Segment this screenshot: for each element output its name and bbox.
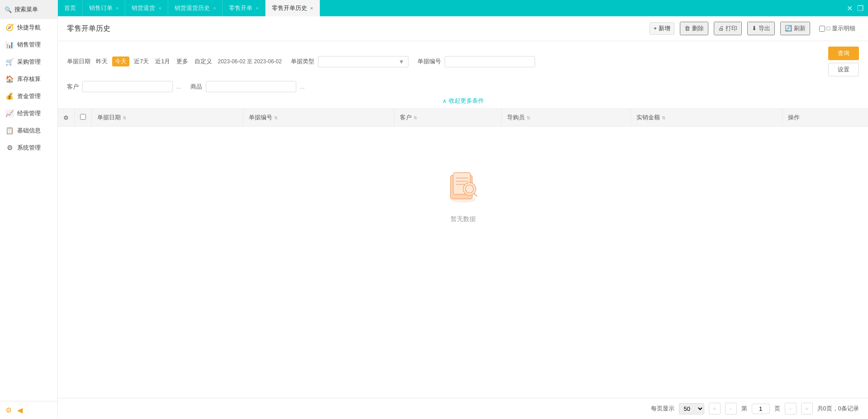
goods-input[interactable] [206, 81, 296, 92]
tab-retail-open-history[interactable]: 零售开单历史 × [266, 0, 320, 16]
restore-window-button[interactable]: ❐ [857, 4, 863, 13]
sidebar-item-quick-nav[interactable]: 🧭 快捷导航 [0, 19, 57, 36]
sidebar-bottom: ⚙ ◀ [0, 401, 57, 419]
collapse-filter-button[interactable]: ∧ 收起更多条件 [67, 97, 859, 105]
empty-text: 暂无数据 [451, 215, 476, 223]
th-salesperson[interactable]: 导购员 ⇅ [502, 109, 631, 127]
select-all-checkbox[interactable] [80, 114, 86, 120]
page-title: 零售开单历史 [67, 24, 110, 33]
export-button[interactable]: ⬇ 导出 [747, 22, 775, 35]
date-7days[interactable]: 近7天 [132, 56, 151, 66]
date-filter-label: 单据日期 [67, 57, 90, 66]
empty-state: 暂无数据 [58, 127, 868, 259]
tab-retail-open-history-label: 零售开单历史 [272, 4, 307, 12]
last-page-button[interactable]: » [801, 403, 813, 414]
number-input[interactable] [445, 56, 535, 67]
customer-filter-label: 客户 [67, 83, 79, 91]
last-page-icon: » [805, 405, 808, 412]
table-header: ⚙ 单据日期 ⇅ 单据编号 [58, 109, 868, 127]
refresh-button[interactable]: 🔄 刷新 [780, 22, 810, 35]
sidebar-item-label: 系统管理 [17, 144, 41, 152]
sidebar-item-sales-mgmt[interactable]: 📊 销售管理 [0, 36, 57, 53]
filter-number-group: 单据编号 [417, 56, 535, 67]
tab-bar-right: ✕ ❐ [842, 0, 868, 16]
date-yesterday[interactable]: 昨天 [94, 56, 109, 66]
customer-input[interactable] [82, 81, 173, 92]
print-button[interactable]: 🖨 打印 [714, 22, 742, 35]
add-button[interactable]: + 新增 [650, 22, 674, 35]
page-content: 零售开单历史 + 新增 🗑 删除 🖨 打印 ⬇ 导出 🔄 刷新 □ 显示明细 单… [58, 16, 868, 419]
goods-browse-button[interactable]: ... [300, 83, 305, 90]
tab-sales-order-close[interactable]: × [116, 5, 119, 11]
th-number[interactable]: 单据编号 ⇅ [243, 109, 394, 127]
tab-retail-open[interactable]: 零售开单 × [223, 0, 265, 16]
tab-bar: 首页 销售订单 × 销货退货 × 销货退货历史 × 零售开单 × 零售开单历史 … [58, 0, 868, 16]
type-filter-label: 单据类型 [291, 57, 314, 66]
sort-icon: ⇅ [123, 115, 126, 120]
date-more[interactable]: 更多 [175, 56, 190, 66]
sidebar-item-label: 资金管理 [17, 92, 41, 100]
tab-sales-return-close[interactable]: × [158, 5, 161, 11]
th-checkbox[interactable] [75, 109, 92, 127]
sidebar-item-label: 经营管理 [17, 109, 41, 118]
cart-icon: 🛒 [5, 58, 14, 66]
delete-button[interactable]: 🗑 删除 [680, 22, 708, 35]
sidebar-item-inventory[interactable]: 🏠 库存核算 [0, 71, 57, 88]
chart-icon: 📊 [5, 41, 14, 49]
compass-icon: 🧭 [5, 24, 14, 32]
tab-sales-return[interactable]: 销货退货 × [125, 0, 168, 16]
date-1month[interactable]: 近1月 [153, 56, 172, 66]
date-custom[interactable]: 自定义 [193, 56, 214, 66]
display-detail-button[interactable]: □ 显示明细 [816, 23, 859, 34]
collapse-sidebar-button[interactable]: ◀ [17, 406, 23, 414]
page-input[interactable] [752, 404, 770, 414]
customer-browse-button[interactable]: ... [176, 83, 181, 90]
filter-goods-group: 商品 ... [190, 81, 305, 92]
sidebar-item-base-info[interactable]: 📋 基础信息 [0, 122, 57, 139]
th-customer[interactable]: 客户 ⇅ [394, 109, 502, 127]
sidebar-item-label: 采购管理 [17, 58, 41, 66]
date-today[interactable]: 今天 [112, 56, 129, 66]
page-header: 零售开单历史 + 新增 🗑 删除 🖨 打印 ⬇ 导出 🔄 刷新 □ 显示明细 [58, 16, 868, 41]
chevron-up-icon: ∧ [442, 98, 447, 104]
tab-retail-open-history-close[interactable]: × [310, 5, 313, 11]
prev-page-button[interactable]: ‹ [725, 403, 737, 414]
close-window-button[interactable]: ✕ [847, 4, 853, 13]
type-select[interactable]: ▼ [318, 56, 408, 67]
settings-icon: ⚙ [63, 114, 69, 121]
tab-sales-order[interactable]: 销售订单 × [83, 0, 125, 16]
tab-home[interactable]: 首页 [58, 0, 83, 16]
next-page-button[interactable]: › [785, 403, 797, 414]
next-page-icon: › [790, 405, 792, 412]
filter-settings-button[interactable]: 设置 [828, 63, 859, 76]
sidebar-item-label: 基础信息 [17, 127, 41, 135]
filter-area: 单据日期 昨天 今天 近7天 近1月 更多 自定义 2023-06-02 至 2… [58, 41, 868, 109]
date-range-display: 2023-06-02 至 2023-06-02 [218, 58, 281, 66]
tab-sales-order-label: 销售订单 [89, 4, 113, 12]
filter-row-1: 单据日期 昨天 今天 近7天 近1月 更多 自定义 2023-06-02 至 2… [67, 47, 859, 76]
query-button[interactable]: 查询 [828, 47, 859, 60]
sidebar-item-purchase-mgmt[interactable]: 🛒 采购管理 [0, 53, 57, 71]
sort-icon: ⇅ [413, 115, 417, 120]
sidebar-item-sys-mgmt[interactable]: ⚙ 系统管理 [0, 139, 57, 156]
display-detail-checkbox[interactable] [819, 26, 825, 32]
th-settings[interactable]: ⚙ [58, 109, 75, 127]
th-date[interactable]: 单据日期 ⇅ [92, 109, 243, 127]
settings-button[interactable]: ⚙ [5, 406, 12, 414]
per-page-select[interactable]: 50 100 200 [679, 403, 704, 414]
filter-type-group: 单据类型 ▼ [291, 56, 408, 67]
sidebar-item-finance[interactable]: 💰 资金管理 [0, 88, 57, 105]
trending-icon: 📈 [5, 109, 14, 118]
tab-sales-return-history-close[interactable]: × [213, 5, 216, 11]
collapse-label: 收起更多条件 [449, 97, 484, 105]
tab-sales-return-history[interactable]: 销货退货历史 × [168, 0, 223, 16]
tab-retail-open-close[interactable]: × [256, 5, 258, 11]
page-suffix: 页 [774, 405, 780, 413]
th-amount[interactable]: 实销金额 ⇅ [631, 109, 782, 127]
sidebar-search[interactable]: 🔍 搜索菜单 [0, 0, 57, 19]
filter-date-group: 单据日期 昨天 今天 近7天 近1月 更多 自定义 2023-06-02 至 2… [67, 56, 282, 66]
first-page-button[interactable]: « [709, 403, 721, 414]
sidebar-item-operations[interactable]: 📈 经营管理 [0, 105, 57, 122]
list-icon: 📋 [5, 127, 14, 135]
sidebar-nav: 🧭 快捷导航 📊 销售管理 🛒 采购管理 🏠 库存核算 💰 资金管理 📈 经营管… [0, 19, 57, 401]
